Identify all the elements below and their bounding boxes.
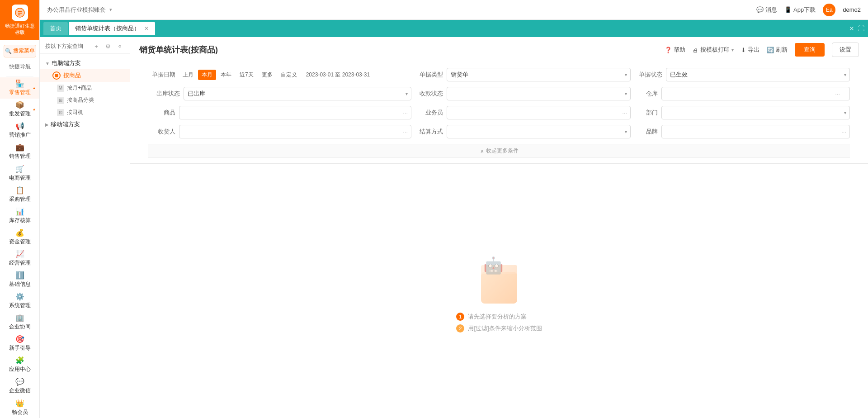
dept-input[interactable] (661, 106, 850, 119)
main-area: 办公用品行业模拟账套 ▾ 💬 消息 📱 App下载 Ea demo2 首页 销货… (40, 0, 868, 418)
collapse-filter-bar[interactable]: ∧ 收起更多条件 (148, 144, 850, 158)
logo-subtext: 标版 (15, 29, 25, 35)
payment-method-control: ▾ (447, 125, 631, 138)
add-icon: + (94, 43, 98, 50)
doctype-input[interactable] (447, 68, 631, 81)
tree-item-by-product[interactable]: 按商品 (40, 69, 130, 82)
add-scheme-button[interactable]: + (92, 42, 101, 51)
recipient-more-icon[interactable]: ··· (403, 128, 408, 135)
docstatus-input[interactable] (666, 68, 850, 81)
pc-category-label: 电脑端方案 (52, 59, 81, 67)
tab-close-button[interactable]: ✕ (144, 25, 149, 32)
sidebar-item-enterprise[interactable]: 🏢 企业协同 (0, 312, 40, 333)
gear-icon: ⚙ (105, 43, 111, 50)
warehouse-input[interactable] (661, 87, 850, 100)
topbar-right: 💬 消息 📱 App下载 Ea demo2 (756, 4, 861, 16)
filter-dept-item: 部门 ▾ (631, 106, 850, 119)
app-download-action[interactable]: 📱 App下载 (784, 6, 816, 14)
filter-brand-item: 品牌 ··· (631, 125, 850, 138)
salesperson-input[interactable] (447, 106, 631, 119)
refresh-button[interactable]: 🔄 刷新 (767, 46, 788, 54)
message-action[interactable]: 💬 消息 (756, 6, 777, 14)
export-icon: ⬇ (741, 47, 746, 53)
outstatus-input[interactable] (184, 87, 411, 100)
sidebar-item-purchase[interactable]: 📋 采购管理 (0, 184, 40, 205)
tree-item-by-month-product[interactable]: M 按月+商品 (40, 82, 130, 94)
tree-category-mobile[interactable]: ▶ 移动端方案 (40, 119, 130, 130)
payment-status-input[interactable] (447, 87, 631, 100)
user-avatar[interactable]: Ea (823, 4, 835, 16)
driver-icon: ⊡ (57, 109, 64, 116)
tab-home[interactable]: 首页 (43, 22, 68, 35)
sidebar-item-guide[interactable]: 🎯 新手引导 (0, 333, 40, 354)
export-button[interactable]: ⬇ 导出 (741, 46, 760, 54)
sidebar-item-basic[interactable]: ℹ️ 基础信息 (0, 269, 40, 290)
filter-row-3: 商品 ··· 业务员 ··· (148, 106, 850, 119)
filter-row-1: 单据日期 上月 本月 本年 近7天 更多 自定义 20 (148, 68, 850, 81)
salesperson-more-icon[interactable]: ··· (622, 109, 627, 116)
sidebar-item-inventory[interactable]: 📊 库存核算 (0, 205, 40, 226)
page-settings-button[interactable]: 设置 (832, 43, 859, 57)
payment-status-control: ▾ (447, 87, 631, 100)
tree-category-pc[interactable]: ▼ 电脑端方案 (40, 57, 130, 69)
sidebar-item-operation[interactable]: 📈 经营管理 (0, 247, 40, 269)
search-menu-button[interactable]: 🔍 搜索菜单 (4, 45, 36, 57)
sidebar-search-area: 🔍 搜索菜单 (0, 40, 39, 60)
sidebar-item-wholesale[interactable]: 📦 批发管理 (0, 99, 40, 120)
print-dropdown-icon: ▾ (731, 48, 734, 52)
warehouse-more-icon[interactable]: ··· (835, 90, 840, 97)
filter-row-4: 收货人 ··· 结算方式 ▾ (148, 125, 850, 138)
collapse-panel-button[interactable]: « (115, 42, 124, 51)
wholesale-icon: 📦 (15, 100, 24, 109)
goods-label: 商品 (148, 109, 175, 117)
empty-robot-icon: 🤖 (483, 256, 504, 275)
goods-more-icon[interactable]: ··· (403, 109, 408, 116)
page-title: 销货单统计表(按商品) (139, 44, 218, 55)
brand-more-icon[interactable]: ··· (841, 128, 846, 135)
page-actions: ❓ 帮助 🖨 按模板打印 ▾ ⬇ 导出 🔄 (665, 43, 859, 57)
empty-hint-2: 2 用[过滤]条件来缩小分析范围 (456, 324, 542, 332)
tree-item-by-driver[interactable]: ⊡ 按司机 (40, 106, 130, 119)
date-tab-custom[interactable]: 自定义 (277, 70, 301, 80)
right-panel: 销货单统计表(按商品) ❓ 帮助 🖨 按模板打印 ▾ ⬇ (130, 37, 868, 418)
date-tab-more[interactable]: 更多 (258, 70, 276, 80)
payment-method-input[interactable] (447, 125, 631, 138)
industry-dropdown-icon[interactable]: ▾ (109, 7, 112, 13)
apps-icon: 🧩 (15, 356, 24, 365)
user-name[interactable]: demo2 (843, 6, 861, 13)
sidebar-item-apps[interactable]: 🧩 应用中心 (0, 354, 40, 375)
sidebar-item-sales[interactable]: 💼 销售管理 (0, 141, 40, 162)
maximize-window-icon[interactable]: ⛶ (858, 25, 864, 32)
sidebar-item-ecommerce[interactable]: 🛒 电商管理 (0, 162, 40, 184)
content-area: 按以下方案查询 + ⚙ « ▼ 电脑端方案 (40, 37, 868, 418)
tree-item-by-category[interactable]: ⊞ 按商品分类 (40, 94, 130, 106)
doctype-label: 单据类型 (411, 71, 443, 79)
close-window-icon[interactable]: ✕ (849, 25, 854, 32)
sidebar-item-member[interactable]: 👑 畅会员 (0, 397, 40, 418)
app-logo[interactable]: 畅捷通好生意 标版 (0, 0, 40, 40)
sidebar-item-finance[interactable]: 💰 资金管理 (0, 226, 40, 247)
filter-section: 单据日期 上月 本月 本年 近7天 更多 自定义 20 (139, 62, 859, 163)
refresh-icon: 🔄 (767, 47, 774, 53)
logo-icon (12, 5, 28, 21)
date-tab-last-month[interactable]: 上月 (179, 70, 197, 80)
query-button[interactable]: 查询 (795, 43, 825, 57)
sidebar-item-wechat[interactable]: 💬 企业微信 (0, 375, 40, 397)
goods-input[interactable] (179, 106, 411, 119)
empty-box-shape (481, 272, 517, 304)
settings-scheme-button[interactable]: ⚙ (104, 42, 113, 51)
sidebar-divider-1 (6, 76, 33, 76)
sidebar-item-marketing[interactable]: 📢 营销推广 (0, 120, 40, 141)
purchase-icon: 📋 (15, 186, 24, 195)
date-tab-this-month[interactable]: 本月 (198, 70, 216, 80)
tabs-bar: 首页 销货单统计表（按商品） ✕ ✕ ⛶ (40, 20, 868, 37)
brand-input[interactable] (661, 125, 850, 138)
date-tab-7days[interactable]: 近7天 (236, 70, 257, 80)
date-tab-this-year[interactable]: 本年 (217, 70, 235, 80)
sidebar-item-retail[interactable]: 🏪 零售管理 (0, 77, 40, 99)
tab-report[interactable]: 销货单统计表（按商品） ✕ (69, 22, 155, 35)
recipient-input[interactable] (179, 125, 411, 138)
print-button[interactable]: 🖨 按模板打印 ▾ (693, 46, 734, 54)
sidebar-item-system[interactable]: ⚙️ 系统管理 (0, 290, 40, 312)
help-button[interactable]: ❓ 帮助 (665, 46, 685, 54)
